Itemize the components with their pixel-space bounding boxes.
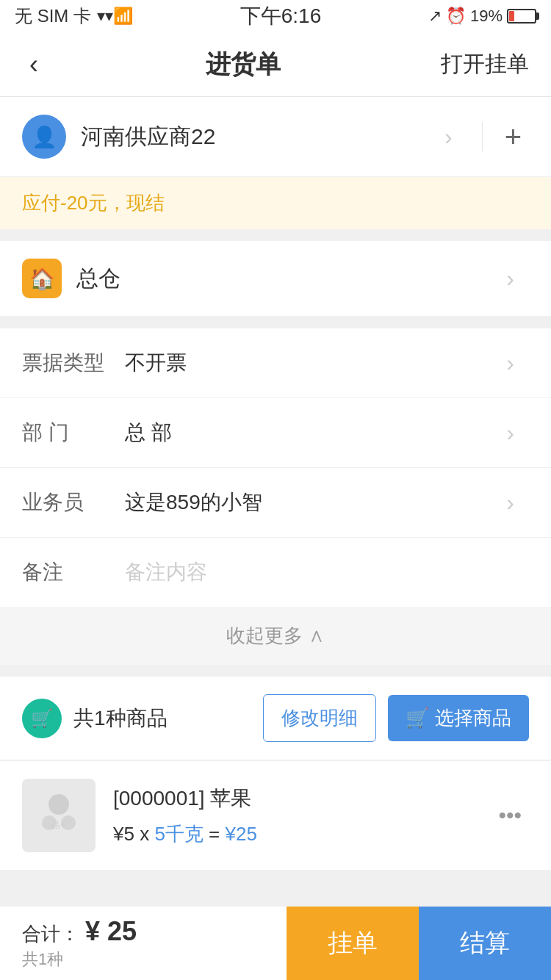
carrier-label: 无 SIM 卡 [15,4,91,28]
checkout-button[interactable]: 结算 [419,907,551,980]
department-chevron-icon: › [506,419,514,447]
salesperson-label: 业务员 [22,489,118,516]
product-thumbnail: 晶+ [22,779,96,852]
status-left: 无 SIM 卡 ▾▾📶 [15,4,133,28]
alarm-icon: ⏰ [446,7,466,26]
avatar-icon: 👤 [32,125,57,149]
total-section: 合计： ¥ 25 共1种 [0,907,287,980]
page-title: 进货单 [206,48,281,82]
main-content: 👤 河南供应商22 › + 应付-20元，现结 🏠 总仓 › 票据类型 不开票 … [0,97,551,955]
svg-text:晶+: 晶+ [51,820,65,830]
supplier-section: 👤 河南供应商22 › + 应付-20元，现结 [0,97,551,229]
product-code: [0000001] [113,787,210,810]
supplier-name: 河南供应商22 [81,122,444,152]
supplier-chevron-icon: › [444,123,453,151]
total-label: 合计： [22,921,79,947]
department-value: 总 部 [125,419,506,447]
battery-icon [507,9,536,24]
product-title: 苹果 [210,787,251,810]
status-bar: 无 SIM 卡 ▾▾📶 下午6:16 ↗ ⏰ 19% [0,0,551,32]
remark-input[interactable]: 备注内容 [125,558,529,586]
warehouse-chevron-icon: › [506,265,514,292]
bill-type-chevron-icon: › [506,350,514,377]
house-icon: 🏠 [29,267,55,291]
supplier-notice: 应付-20元，现结 [0,177,551,229]
unit-price: ¥5 x [113,823,154,845]
products-header: 🛒 共1种商品 修改明细 🛒 选择商品 [0,677,551,760]
supplier-divider [482,122,483,151]
wifi-icon: ▾▾📶 [97,7,133,26]
product-thumb-icon: 晶+ [33,790,84,841]
products-section: 🛒 共1种商品 修改明细 🛒 选择商品 晶+ [0000001] [0,677,551,870]
equals: = [204,823,226,845]
department-label: 部 门 [22,419,118,447]
product-item: 晶+ [0000001] 苹果 ¥5 x 5千克 = ¥25 ••• [0,760,551,870]
select-product-label: 选择商品 [435,705,511,731]
cart-icon: 🛒 [31,708,53,729]
add-supplier-button[interactable]: + [497,120,529,154]
warehouse-name: 总仓 [76,264,506,294]
quantity: 5千克 [154,823,203,845]
back-button[interactable]: ‹ [22,42,46,87]
warehouse-icon: 🏠 [22,259,62,298]
edit-detail-button[interactable]: 修改明细 [263,694,376,742]
svg-point-0 [48,794,69,815]
bill-type-row[interactable]: 票据类型 不开票 › [0,328,551,397]
products-count: 共1种商品 [73,705,263,732]
status-right: ↗ ⏰ 19% [428,7,536,26]
salesperson-chevron-icon: › [506,489,514,516]
product-more-button[interactable]: ••• [491,796,529,835]
salesperson-row[interactable]: 业务员 这是859的小智 › [0,467,551,537]
select-icon: 🛒 [406,707,429,729]
total-price: ¥25 [225,823,256,845]
total-amount: ¥ 25 [85,916,137,947]
product-info: [0000001] 苹果 ¥5 x 5千克 = ¥25 [113,785,491,847]
collapse-toggle[interactable]: 收起更多 ∧ [0,607,551,665]
remark-label: 备注 [22,558,118,586]
nav-bar: ‹ 进货单 打开挂单 [0,32,551,97]
form-section: 票据类型 不开票 › 部 门 总 部 › 业务员 这是859的小智 › 备注 备… [0,328,551,665]
remark-row[interactable]: 备注 备注内容 [0,537,551,607]
supplier-row[interactable]: 👤 河南供应商22 › + [0,97,551,177]
salesperson-value: 这是859的小智 [125,489,506,516]
warehouse-section: 🏠 总仓 › [0,241,551,316]
bill-type-value: 不开票 [125,349,506,377]
open-hang-button[interactable]: 打开挂单 [441,49,529,79]
product-name: [0000001] 苹果 [113,785,491,813]
location-icon: ↗ [428,7,442,26]
collapse-label: 收起更多 ∧ [226,624,324,646]
hang-button[interactable]: 挂单 [287,907,419,980]
product-price: ¥5 x 5千克 = ¥25 [113,821,491,847]
warehouse-row[interactable]: 🏠 总仓 › [0,241,551,316]
battery-percent: 19% [470,7,503,26]
total-sub: 共1种 [22,948,264,970]
time-label: 下午6:16 [240,2,322,30]
select-product-button[interactable]: 🛒 选择商品 [388,695,529,741]
bottom-bar: 合计： ¥ 25 共1种 挂单 结算 [0,907,551,980]
department-row[interactable]: 部 门 总 部 › [0,397,551,467]
bill-type-label: 票据类型 [22,349,118,377]
products-icon: 🛒 [22,699,62,738]
supplier-avatar: 👤 [22,115,66,159]
